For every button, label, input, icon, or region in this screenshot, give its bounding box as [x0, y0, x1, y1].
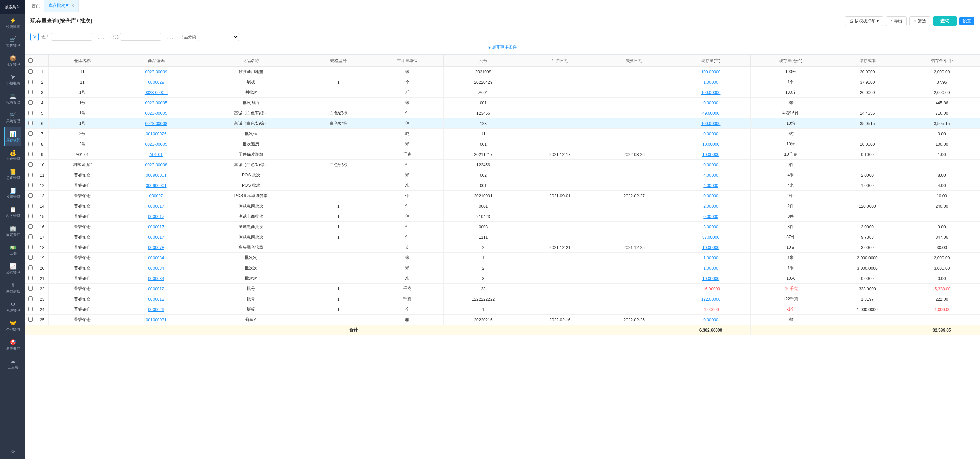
cell-num: 10	[36, 160, 49, 170]
row-checkbox-1[interactable]	[28, 80, 33, 84]
row-checkbox-11[interactable]	[28, 183, 33, 187]
cell-code: 0023-00009	[116, 67, 196, 77]
sidebar-item-资金管理[interactable]: 💰资金管理	[4, 146, 21, 165]
sidebar-item-税务管理[interactable]: 📋税务管理	[4, 203, 21, 222]
sidebar-item-工资[interactable]: 💵工资	[4, 241, 21, 260]
row-checkbox-8[interactable]	[28, 152, 33, 156]
export-btn[interactable]: ↑ 导出	[886, 16, 907, 26]
filter-dots-2: ...	[164, 33, 177, 41]
sidebar-label-11: 固定资产	[6, 233, 20, 237]
sidebar-icon-10: 📋	[10, 206, 16, 213]
row-checkbox-5[interactable]	[28, 121, 33, 125]
cell-total-cost: 4.00	[904, 180, 980, 191]
row-checkbox-3[interactable]	[28, 100, 33, 105]
cell-warehouse: 11	[49, 77, 116, 88]
cell-batch: 0003	[444, 222, 523, 232]
row-checkbox-21[interactable]	[28, 286, 33, 291]
sidebar-item-企业协同[interactable]: 🤝企业协同	[4, 316, 21, 335]
row-checkbox-24[interactable]	[28, 317, 33, 322]
sidebar-item-电商管理[interactable]: 💻电商管理	[4, 89, 21, 108]
category-select[interactable]	[197, 33, 239, 41]
row-checkbox-17[interactable]	[28, 245, 33, 249]
sidebar-icon-14: ℹ	[12, 282, 14, 288]
row-checkbox-7[interactable]	[28, 142, 33, 146]
cell-total-cost: 0.00	[904, 273, 980, 284]
row-checkbox-20[interactable]	[28, 276, 33, 280]
cell-warehouse: A01-01	[49, 150, 116, 160]
cell-unit-cost: 3.0000	[831, 222, 904, 232]
sidebar-item-系统管理[interactable]: ⚙系统管理	[4, 298, 21, 316]
sidebar-logo[interactable]: 搜索菜单	[0, 0, 25, 14]
sidebar-item-小额电商[interactable]: 🛍小额电商	[4, 70, 21, 89]
select-all-checkbox[interactable]	[28, 58, 33, 63]
filter-btn[interactable]: ≡ 筛选	[910, 16, 931, 26]
sidebar-item-采购管理[interactable]: 🛒采购管理	[4, 108, 21, 127]
cell-unit: 米	[371, 273, 444, 284]
sidebar-icon-9: 🧾	[10, 187, 16, 194]
cell-name: 展板	[196, 304, 306, 315]
goods-input[interactable]	[120, 33, 161, 41]
sidebar-item-settings[interactable]: ⚙	[8, 445, 17, 459]
cell-qty-main: 0.00000	[671, 160, 750, 170]
cell-batch: 20210901	[444, 191, 523, 201]
row-checkbox-12[interactable]	[28, 193, 33, 198]
row-checkbox-4[interactable]	[28, 110, 33, 115]
cell-produce-date: 2021-12-17	[523, 150, 597, 160]
row-checkbox-22[interactable]	[28, 296, 33, 301]
sidebar-item-新手引导[interactable]: 🎯新手引导	[4, 335, 21, 354]
row-checkbox-10[interactable]	[28, 172, 33, 177]
tab-close-icon[interactable]: ✕	[71, 3, 74, 8]
row-checkbox-19[interactable]	[28, 266, 33, 270]
cell-qty-main: 2.00000	[671, 201, 750, 212]
search-btn[interactable]: 查询	[933, 16, 956, 26]
row-checkbox-18[interactable]	[28, 255, 33, 260]
tab-home[interactable]: 首页	[27, 0, 45, 13]
cell-total-cost: 716.00	[904, 108, 980, 118]
cell-name: 批次遍历	[196, 98, 306, 108]
sidebar-item-零售管理[interactable]: 🛒零售管理	[4, 33, 21, 52]
cell-total-cost	[904, 160, 980, 170]
warehouse-input[interactable]	[51, 33, 92, 41]
sidebar-item-云应用[interactable]: ☁云应用	[4, 354, 21, 373]
print-btn[interactable]: 🖨 按模板打印 ▾	[845, 16, 883, 26]
sidebar-item-总账管理[interactable]: 📒总账管理	[4, 165, 21, 184]
cell-num: 16	[36, 222, 49, 232]
sidebar-item-库存核算[interactable]: 📊库存核算	[4, 127, 21, 146]
sidebar-item-批发管理[interactable]: 📦批发管理	[4, 52, 21, 70]
row-checkbox-14[interactable]	[28, 214, 33, 218]
total-qty: 6,302.60000	[671, 325, 750, 335]
table-row: 17 普睿铂仓 0000017 测试电商批次 1 件 1111 87.00000…	[25, 232, 980, 242]
sidebar-item-固定资产[interactable]: 🏢固定资产	[4, 222, 21, 241]
cell-num: 13	[36, 191, 49, 201]
cell-qty-main: 49.60000	[671, 108, 750, 118]
row-checkbox-16[interactable]	[28, 234, 33, 239]
settings-btn[interactable]: 设置	[959, 17, 975, 26]
row-checkbox-23[interactable]	[28, 307, 33, 311]
filter-nav-btn[interactable]: >	[30, 33, 38, 41]
row-checkbox-6[interactable]	[28, 131, 33, 135]
cell-name: 测试电商批次	[196, 212, 306, 222]
cell-unit: 米	[371, 180, 444, 191]
cell-produce-date	[523, 139, 597, 150]
row-checkbox-15[interactable]	[28, 224, 33, 229]
sidebar-item-发票管理[interactable]: 🧾发票管理	[4, 184, 21, 203]
expand-conditions-btn[interactable]: ▾ 展开更多条件	[487, 43, 518, 52]
cell-total-cost: 3,000.00	[904, 263, 980, 273]
sidebar-item-基础信息[interactable]: ℹ基础信息	[4, 279, 21, 298]
cell-qty-stock: 0个	[750, 191, 831, 201]
cell-unit-cost	[831, 129, 904, 139]
row-checkbox-13[interactable]	[28, 204, 33, 208]
cell-expire-date	[597, 170, 671, 180]
row-checkbox-0[interactable]	[28, 69, 33, 74]
cell-warehouse: 普睿铂仓	[49, 232, 116, 242]
tab-inventory-batch[interactable]: 库存批次▼ ✕	[45, 0, 79, 13]
row-checkbox-2[interactable]	[28, 90, 33, 94]
cell-qty-stock: -16千克	[750, 284, 831, 294]
cell-total-cost: 2,000.00	[904, 88, 980, 98]
sidebar-item-经营管理[interactable]: 📈经营管理	[4, 260, 21, 279]
th-checkbox[interactable]	[25, 55, 36, 67]
cell-qty-main: 100.00000	[671, 67, 750, 77]
row-checkbox-9[interactable]	[28, 162, 33, 167]
sidebar-item-快捷导航[interactable]: ⚡快捷导航	[4, 14, 21, 33]
cell-total-cost: 847.06	[904, 232, 980, 242]
